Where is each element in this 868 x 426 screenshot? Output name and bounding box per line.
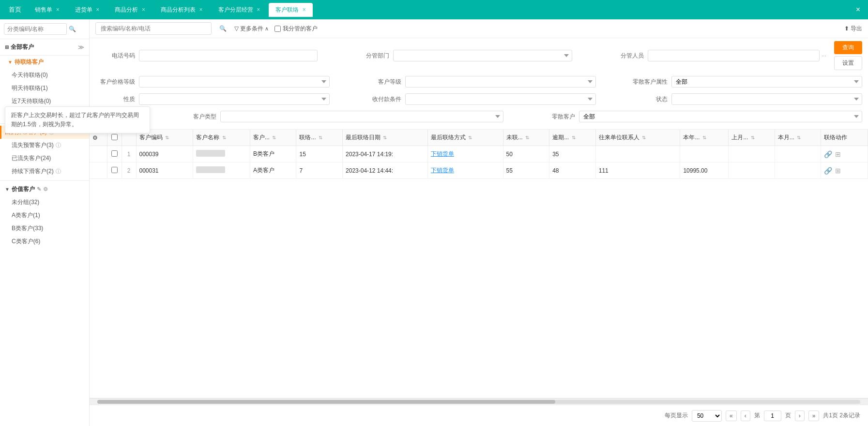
person-input[interactable] xyxy=(648,50,820,61)
close-sales-tab-icon[interactable]: × xyxy=(56,6,60,13)
sidebar-collapse-icon[interactable]: ≫ xyxy=(78,44,84,51)
close-product-analysis-list-tab-icon[interactable]: × xyxy=(199,6,203,13)
filter-action-buttons: 查询 设置 xyxy=(834,41,862,70)
customer-level-select[interactable] xyxy=(405,76,596,88)
filter-payment-field: 收付款条件 xyxy=(362,93,596,105)
sidebar-item-tomorrow[interactable]: 明天待联络(1) xyxy=(0,82,89,95)
row1-grid-icon[interactable]: ⊞ xyxy=(835,150,841,158)
retail-customer-select[interactable]: 全部 xyxy=(579,111,862,122)
sort-icon-history[interactable]: ⇅ xyxy=(642,135,646,140)
payment-select[interactable] xyxy=(405,93,596,105)
sort-icon-date[interactable]: ⇅ xyxy=(383,135,387,140)
row2-last-contact-method: 下销货单 xyxy=(427,162,503,179)
settings-icon-sidebar[interactable]: ⚙ xyxy=(43,186,48,192)
price-level-select[interactable] xyxy=(139,76,330,88)
nav-tab-product-analysis-list[interactable]: 商品分析列表 × xyxy=(154,3,210,17)
row2-link-icon[interactable]: 🔗 xyxy=(824,167,832,175)
sort-icon-name[interactable]: ⇅ xyxy=(222,135,226,140)
grid-icon: ⊞ xyxy=(5,44,9,50)
row2-action: 🔗 ⊞ xyxy=(821,162,868,179)
person-dots-icon[interactable]: ··· xyxy=(822,52,826,59)
close-customer-segmentation-tab-icon[interactable]: × xyxy=(257,6,260,13)
table-select-all-checkbox[interactable] xyxy=(111,134,118,140)
filter-row-2: 客户价格等级 客户等级 零散客户属性 全部 xyxy=(95,73,862,90)
sidebar: 🔍 ⊞ 全部客户 ≫ ▼ 待联络客户 今天待联络(0) 明天待联络(1) 近7天… xyxy=(0,19,90,426)
prev-page-button[interactable]: ‹ xyxy=(741,411,750,421)
row1-select-checkbox[interactable] xyxy=(111,150,118,157)
sort-icon-method[interactable]: ⇅ xyxy=(468,135,472,140)
row1-this-year xyxy=(680,146,729,162)
query-button[interactable]: 查询 xyxy=(834,41,862,54)
row2-contact-method-link[interactable]: 下销货单 xyxy=(431,167,454,174)
window-close-button[interactable]: × xyxy=(852,3,864,16)
row1-history-contacts xyxy=(595,146,680,162)
gender-select[interactable] xyxy=(139,93,330,105)
sidebar-all-customers[interactable]: ⊞ 全部客户 ≫ xyxy=(0,39,89,56)
settings-button[interactable]: 设置 xyxy=(834,56,862,70)
sort-icon-overdue[interactable]: ⇅ xyxy=(572,135,576,140)
close-product-analysis-tab-icon[interactable]: × xyxy=(142,6,145,13)
sidebar-search-icon[interactable]: 🔍 xyxy=(69,26,76,32)
sidebar-item-class-a[interactable]: A类客户(1) xyxy=(0,209,89,222)
sidebar-item-today[interactable]: 今天待联络(0) xyxy=(0,69,89,82)
nav-tab-product-analysis[interactable]: 商品分析 × xyxy=(108,3,152,17)
sidebar-item-already-lost[interactable]: 已流失客户(24) xyxy=(0,152,89,165)
row2-overdue: 48 xyxy=(549,162,596,179)
filter-row-4: ... 客户类型 零散客户 全部 xyxy=(95,108,862,125)
scroll-thumb[interactable] xyxy=(97,400,555,404)
my-customers-checkbox[interactable] xyxy=(274,26,281,32)
sidebar-item-class-c[interactable]: C类客户(6) xyxy=(0,235,89,248)
customer-type-select[interactable] xyxy=(220,111,503,122)
nav-tab-purchase[interactable]: 进货单 × xyxy=(68,3,107,17)
row2-select-checkbox[interactable] xyxy=(111,167,118,173)
search-button[interactable]: 🔍 xyxy=(217,25,228,32)
row1-checkbox xyxy=(107,146,122,162)
sort-icon-type[interactable]: ⇅ xyxy=(272,135,276,140)
sidebar-value-customers-group[interactable]: ▼ 价值客户 ✎ ⚙ xyxy=(0,183,89,196)
sidebar-item-ungroup[interactable]: 未分组(32) xyxy=(0,196,89,209)
dept-select[interactable] xyxy=(393,50,572,61)
row1-contact-method-link[interactable]: 下销货单 xyxy=(431,150,454,157)
next-page-button[interactable]: › xyxy=(795,411,805,421)
edit-icon[interactable]: ✎ xyxy=(37,186,41,192)
sidebar-item-class-b[interactable]: B类客户(33) xyxy=(0,222,89,235)
more-conditions-btn[interactable]: ▽ 更多条件 ∧ xyxy=(234,25,269,33)
nav-tab-home[interactable]: 首页 xyxy=(4,2,26,17)
current-page-input[interactable] xyxy=(764,411,781,421)
sidebar-search-input[interactable] xyxy=(4,23,67,35)
sidebar-item-continuous-down[interactable]: 持续下滑客户(2) ⓘ xyxy=(0,165,89,178)
phone-input[interactable] xyxy=(139,50,318,61)
nav-tab-sales[interactable]: 销售单 × xyxy=(28,3,66,17)
first-page-button[interactable]: « xyxy=(726,411,737,421)
row1-link-icon[interactable]: 🔗 xyxy=(824,150,832,158)
sort-icon-this-month[interactable]: ⇅ xyxy=(797,135,801,140)
close-customer-contact-tab-icon[interactable]: × xyxy=(303,6,306,13)
row2-grid-icon[interactable]: ⊞ xyxy=(835,167,841,175)
pending-contact-group-label[interactable]: ▼ 待联络客户 xyxy=(0,56,89,69)
table-gear-icon[interactable]: ⚙ xyxy=(92,134,98,141)
search-input[interactable] xyxy=(95,22,212,35)
row2-contact: 7 xyxy=(296,162,343,179)
status-select[interactable] xyxy=(671,93,862,105)
per-page-select[interactable]: 50 xyxy=(692,410,722,422)
sort-icon-last-month[interactable]: ⇅ xyxy=(751,135,755,140)
sidebar-item-lost-potential[interactable]: 流失预警客户(3) ⓘ xyxy=(0,139,89,152)
page-suffix-label: 页 xyxy=(785,411,791,420)
nav-tab-customer-contact[interactable]: 客户联络 × xyxy=(269,3,313,17)
sort-icon-not-linked[interactable]: ⇅ xyxy=(525,135,529,140)
export-button[interactable]: ⬆ 导出 xyxy=(844,25,862,33)
price-level-label: 客户价格等级 xyxy=(95,78,139,86)
main-layout: 🔍 ⊞ 全部客户 ≫ ▼ 待联络客户 今天待联络(0) 明天待联络(1) 近7天… xyxy=(0,19,868,426)
row1-last-contact-date: 2023-04-17 14:19: xyxy=(343,146,428,162)
horizontal-scrollbar[interactable] xyxy=(90,398,868,405)
last-page-button[interactable]: » xyxy=(808,411,820,421)
sort-icon-this-year[interactable]: ⇅ xyxy=(702,135,706,140)
retail-customer-label: 零散客户 xyxy=(535,113,579,121)
close-purchase-tab-icon[interactable]: × xyxy=(96,6,99,13)
sort-icon-contact[interactable]: ⇅ xyxy=(319,135,322,140)
retail-attr-select[interactable]: 全部 xyxy=(671,76,862,88)
sort-icon-code[interactable]: ⇅ xyxy=(165,135,169,140)
nav-tab-customer-segmentation[interactable]: 客户分层经营 × xyxy=(212,3,267,17)
my-customers-checkbox-label[interactable]: 我分管的客户 xyxy=(274,25,318,33)
filter-bar: 🔍 ▽ 更多条件 ∧ 我分管的客户 ⬆ 导出 xyxy=(90,19,868,38)
